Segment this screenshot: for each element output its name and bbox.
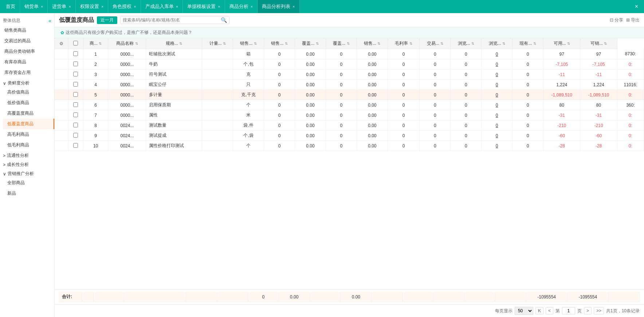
sidebar-section-growth[interactable]: > 成长性分析 xyxy=(0,159,54,169)
sidebar-section-flow[interactable]: > 流通性分析 xyxy=(0,150,54,159)
period-button[interactable]: 近一月 xyxy=(97,16,117,24)
th-cover2[interactable]: 覆盖... ⇅ xyxy=(326,38,357,49)
next-page-button[interactable]: > xyxy=(584,307,592,314)
tab-permission[interactable]: 权限设置 × xyxy=(76,0,108,13)
th-unit[interactable]: 计量... ⇅ xyxy=(202,38,233,49)
th-view1[interactable]: 浏览... ⇅ xyxy=(451,38,482,49)
tab-analysis-close[interactable]: × xyxy=(251,4,253,9)
sidebar-item-low-value[interactable]: 低价值商品 xyxy=(3,98,54,108)
row-checkbox-6[interactable] xyxy=(73,112,78,117)
th-sales2[interactable]: 销售... ⇅ xyxy=(264,38,295,49)
sidebar-item-all-goods[interactable]: 全部商品 xyxy=(3,178,54,188)
export-button[interactable]: ⊞ 导出 xyxy=(626,17,640,23)
tab-role[interactable]: 角色授权 × xyxy=(108,0,141,13)
tab-purchase-close[interactable]: × xyxy=(68,4,71,9)
sidebar-item-high-value[interactable]: 高价值商品 xyxy=(3,87,54,98)
sidebar-item-new-goods[interactable]: 新品 xyxy=(3,188,54,199)
cell-view1-4[interactable]: 0 xyxy=(482,90,513,100)
cell-view1-0[interactable]: 0 xyxy=(482,49,513,59)
sidebar-item-traded-goods[interactable]: 交易过的商品 xyxy=(0,36,54,46)
cell-checkbox-5[interactable] xyxy=(68,100,83,110)
row-checkbox-9[interactable] xyxy=(73,143,78,148)
window-close-button[interactable]: × xyxy=(631,3,643,10)
th-settings[interactable]: ⚙ xyxy=(55,38,68,49)
sidebar-item-stock-goods[interactable]: 有库存商品 xyxy=(0,57,54,67)
search-input[interactable] xyxy=(123,17,221,23)
row-checkbox-2[interactable] xyxy=(73,72,78,76)
th-gross[interactable]: 毛利率 ⇅ xyxy=(388,38,420,49)
cell-view1-7[interactable]: 0 xyxy=(482,120,513,131)
sidebar-item-category-rate[interactable]: 商品分类动销率 xyxy=(0,46,54,57)
settings-icon[interactable]: ⚙ xyxy=(59,41,63,46)
row-checkbox-8[interactable] xyxy=(73,133,78,138)
cell-view1-2[interactable]: 0 xyxy=(482,70,513,80)
th-stock2[interactable]: 可用... ⇅ xyxy=(543,38,580,49)
tab-analysis[interactable]: 商品分析 × xyxy=(225,0,258,13)
sidebar-item-high-coverage[interactable]: 高覆盖度商品 xyxy=(3,108,54,119)
share-button[interactable]: ⊡ 分享 xyxy=(610,17,623,23)
cell-checkbox-8[interactable] xyxy=(68,131,83,141)
th-code[interactable]: 商... ⇅ xyxy=(83,38,108,49)
search-box[interactable]: 🔍 xyxy=(120,16,229,24)
row-checkbox-7[interactable] xyxy=(73,123,78,127)
cell-checkbox-2[interactable] xyxy=(68,70,83,80)
last-page-button[interactable]: >> xyxy=(594,307,604,314)
first-page-button[interactable]: K xyxy=(535,307,543,314)
cell-view1-5[interactable]: 0 xyxy=(482,100,513,110)
cell-checkbox-9[interactable] xyxy=(68,141,83,151)
cell-checkbox-1[interactable] xyxy=(68,59,83,70)
th-sales3[interactable]: 销售... ⇅ xyxy=(357,38,388,49)
row-checkbox-5[interactable] xyxy=(73,102,78,107)
cell-view1-3[interactable]: 0 xyxy=(482,80,513,90)
sidebar-section-promo[interactable]: ∨ 营销推广分析 xyxy=(0,169,54,178)
th-cover1[interactable]: 覆盖... ⇅ xyxy=(295,38,326,49)
th-stock1[interactable]: 现有... ⇅ xyxy=(513,38,543,49)
th-stock3[interactable]: 可销... ⇅ xyxy=(580,38,617,49)
table-container[interactable]: ⚙ 商... ⇅ 商品名称 ⇅ 规格... ⇅ 计量... ⇅ 销售... ⇅ … xyxy=(55,38,644,289)
select-all-checkbox[interactable] xyxy=(73,41,78,45)
row-checkbox-4[interactable] xyxy=(73,92,78,97)
tab-analysis-list[interactable]: 商品分析列表 × xyxy=(258,0,299,13)
cell-checkbox-4[interactable] xyxy=(68,90,83,100)
th-name[interactable]: 商品名称 ⇅ xyxy=(108,38,146,49)
page-size-select[interactable]: 50 20 100 xyxy=(515,307,533,315)
sidebar-item-stock-fund[interactable]: 库存资金占用 xyxy=(0,67,54,78)
cell-checkbox-0[interactable] xyxy=(68,49,83,59)
cell-view2-3: 0 xyxy=(513,80,543,90)
cell-view1-6[interactable]: 0 xyxy=(482,110,513,120)
tab-home[interactable]: 首页 xyxy=(1,0,20,13)
cell-checkbox-7[interactable] xyxy=(68,120,83,131)
tab-sales-close[interactable]: × xyxy=(41,4,43,9)
row-checkbox-1[interactable] xyxy=(73,62,78,66)
tab-production-close[interactable]: × xyxy=(176,4,178,9)
row-checkbox-3[interactable] xyxy=(73,82,78,87)
collapse-icon[interactable]: « xyxy=(48,18,51,24)
th-sales1[interactable]: 销售... ⇅ xyxy=(233,38,264,49)
th-trade[interactable]: 交易... ⇅ xyxy=(420,38,451,49)
th-spec[interactable]: 规格... ⇅ xyxy=(146,38,202,49)
sidebar-item-low-coverage[interactable]: 低覆盖度商品 xyxy=(3,119,54,129)
prev-page-button[interactable]: < xyxy=(546,307,553,314)
th-checkbox[interactable] xyxy=(68,38,83,49)
tab-sales[interactable]: 销货单 × xyxy=(20,0,48,13)
th-view2[interactable]: 浏览... ⇅ xyxy=(482,38,513,49)
cell-view1-1[interactable]: 0 xyxy=(482,59,513,70)
cell-view1-9[interactable]: 0 xyxy=(482,141,513,151)
sidebar-item-low-profit[interactable]: 低毛利商品 xyxy=(3,140,54,150)
cell-checkbox-3[interactable] xyxy=(68,80,83,90)
cell-view1-8[interactable]: 0 xyxy=(482,131,513,141)
sidebar-section-quality[interactable]: ∨ 类鲜度分析 xyxy=(0,78,54,87)
tab-permission-close[interactable]: × xyxy=(101,4,103,9)
tab-production[interactable]: 产成品入库单 × xyxy=(141,0,183,13)
tab-role-close[interactable]: × xyxy=(134,4,136,9)
sidebar-item-sales-goods[interactable]: 销售类商品 xyxy=(0,25,54,36)
cell-checkbox-6[interactable] xyxy=(68,110,83,120)
page-number-input[interactable] xyxy=(562,307,575,314)
tab-template-close[interactable]: × xyxy=(218,4,220,9)
row-checkbox-0[interactable] xyxy=(73,51,78,56)
tab-purchase[interactable]: 进货单 × xyxy=(48,0,75,13)
sidebar-item-high-profit[interactable]: 高毛利商品 xyxy=(3,129,54,140)
tab-analysis-list-close[interactable]: × xyxy=(292,4,295,9)
sidebar-header[interactable]: 整体信息 « xyxy=(0,16,54,25)
tab-template[interactable]: 单据模板设置 × xyxy=(183,0,225,13)
